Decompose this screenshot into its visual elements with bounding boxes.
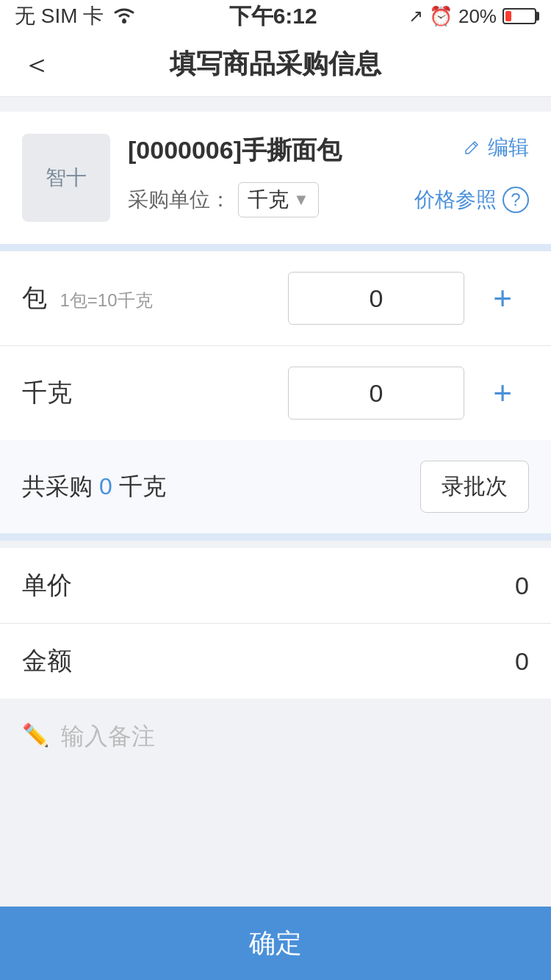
quantity-section: 包 1包=10千克 + 千克 +	[0, 251, 551, 440]
product-header: [0000006]手撕面包 编辑	[128, 134, 529, 167]
product-card: 智十 [0000006]手撕面包 编辑 采购单位： 千克 ▼	[0, 112, 551, 244]
price-label-amount: 金额	[22, 644, 72, 678]
battery-percent: 20%	[458, 5, 497, 28]
qty-plus-kg[interactable]: +	[476, 367, 529, 419]
summary-text: 共采购 0 千克	[22, 471, 166, 503]
svg-point-0	[122, 19, 126, 24]
location-icon: ↗	[408, 6, 423, 26]
qty-plus-bao[interactable]: +	[476, 272, 529, 325]
status-bar-left: 无 SIM 卡	[15, 2, 137, 30]
quantity-row-bao: 包 1包=10千克 +	[0, 251, 551, 346]
top-divider	[0, 97, 551, 112]
remark-placeholder: 输入备注	[61, 721, 155, 753]
price-row-unit: 单价 0	[0, 548, 551, 624]
edit-button[interactable]: 编辑	[463, 134, 529, 162]
sim-status: 无 SIM 卡	[15, 2, 104, 30]
summary-amount: 0	[99, 473, 112, 500]
product-name: [0000006]手撕面包	[128, 134, 342, 167]
pencil-icon: ✏️	[22, 722, 49, 748]
qty-input-wrap-bao: +	[153, 272, 529, 325]
edit-icon	[463, 137, 483, 158]
remark-section[interactable]: ✏️ 输入备注	[0, 699, 551, 787]
quantity-row-kg: 千克 +	[0, 346, 551, 440]
qty-input-kg[interactable]	[288, 367, 464, 419]
price-ref-button[interactable]: 价格参照 ?	[414, 186, 529, 214]
nav-bar: ＜ 填写商品采购信息	[0, 32, 551, 97]
price-value-amount: 0	[515, 647, 529, 676]
summary-section: 共采购 0 千克 录批次	[0, 440, 551, 533]
battery-icon	[503, 8, 536, 24]
status-bar: 无 SIM 卡 下午6:12 ↗ ⏰ 20%	[0, 0, 551, 32]
price-label-unit: 单价	[22, 569, 72, 602]
back-button[interactable]: ＜	[15, 37, 59, 92]
qty-sub-label-bao: 1包=10千克	[60, 290, 152, 310]
unit-label: 采购单位：	[128, 186, 231, 214]
confirm-button-label: 确定	[249, 926, 302, 962]
status-time: 下午6:12	[229, 1, 317, 32]
unit-dropdown-arrow: ▼	[293, 190, 309, 209]
product-image: 智十	[22, 134, 110, 222]
wifi-icon	[111, 4, 137, 29]
qty-label-bao: 包 1包=10千克	[22, 281, 153, 315]
product-logo: 智十	[46, 164, 87, 192]
price-value-unit: 0	[515, 572, 529, 600]
confirm-button[interactable]: 确定	[0, 907, 551, 980]
product-unit-row: 采购单位： 千克 ▼ 价格参照 ?	[128, 182, 529, 217]
unit-select[interactable]: 千克 ▼	[238, 182, 319, 217]
price-ref-help-icon: ?	[503, 187, 529, 213]
nav-title: 填写商品采购信息	[170, 46, 381, 82]
price-section: 单价 0 金额 0	[0, 548, 551, 699]
alarm-icon: ⏰	[429, 5, 453, 28]
product-info: [0000006]手撕面包 编辑 采购单位： 千克 ▼	[128, 134, 529, 217]
section-divider-blue-2	[0, 533, 551, 541]
section-divider-blue	[0, 244, 551, 251]
status-bar-right: ↗ ⏰ 20%	[408, 5, 536, 28]
qty-label-kg: 千克	[22, 376, 81, 410]
batch-button[interactable]: 录批次	[420, 461, 529, 513]
qty-input-wrap-kg: +	[81, 367, 529, 419]
qty-input-bao[interactable]	[288, 272, 464, 325]
price-row-amount: 金额 0	[0, 624, 551, 699]
